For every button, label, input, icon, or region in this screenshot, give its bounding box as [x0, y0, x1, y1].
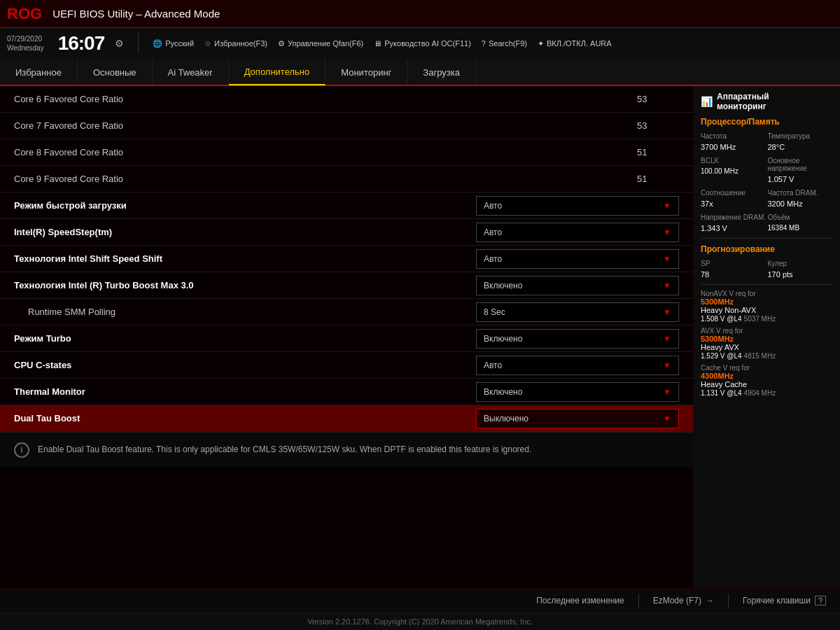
nav-basic[interactable]: Основные — [78, 59, 153, 85]
bottom-sep2 — [728, 594, 729, 608]
setting-row-core9[interactable]: Core 9 Favored Core Ratio 51 — [0, 166, 693, 192]
setting-row-smm[interactable]: Runtime SMM Polling 8 Sec ▼ — [0, 299, 693, 326]
setting-row-speedshift[interactable]: Технология Intel Shift Speed Shift Авто … — [0, 246, 693, 272]
nav-boot[interactable]: Загрузка — [407, 59, 476, 85]
rpanel-avx-mhz: 4815 MHz — [744, 352, 776, 360]
nav-advanced[interactable]: Дополнительно — [229, 59, 326, 85]
setting-label-core8: Core 8 Favored Core Ratio — [14, 147, 637, 158]
rpanel-avx-freq: 5300MHz — [701, 335, 734, 343]
setting-row-thermal[interactable]: Thermal Monitor Включено ▼ — [0, 379, 693, 405]
tool-russian[interactable]: 🌐 Русский — [153, 39, 194, 48]
setting-row-speedstep[interactable]: Intel(R) SpeedStep(tm) Авто ▼ — [0, 219, 693, 246]
last-change-item: Последнее изменение — [536, 596, 624, 606]
rpanel-cooler-label: Кулер — [768, 258, 834, 269]
content-area: Core 6 Favored Core Ratio 53 Core 7 Favo… — [0, 86, 840, 588]
rpanel-vol-label: Объём — [768, 212, 834, 223]
hotkeys-item[interactable]: Горячие клавиши ? — [743, 596, 826, 606]
version-text: Version 2.20.1276. Copyright (C) 2020 Am… — [307, 617, 533, 626]
rpanel-freq-label: Частота — [701, 131, 766, 141]
date-block: 07/29/2020 Wednesday — [7, 34, 44, 52]
setting-row-fastboot[interactable]: Режим быстрой загрузки Авто ▼ — [0, 192, 693, 219]
nav-menu: Избранное Основные Ai Tweaker Дополнител… — [0, 59, 840, 86]
rpanel-ratio-dramfreq-grid: Соотношение 37x Частота DRAM. 3200 MHz — [694, 186, 840, 211]
top-bar: ROG UEFI BIOS Utility – Advanced Mode — [0, 0, 840, 28]
rpanel-sp-cooler-grid: SP 78 Кулер 170 pts — [694, 257, 840, 281]
setting-dropdown-turbomode[interactable]: Включено ▼ — [476, 329, 679, 349]
nav-aitweaker[interactable]: Ai Tweaker — [153, 59, 229, 85]
setting-dropdown-speedstep[interactable]: Авто ▼ — [476, 223, 679, 242]
rpanel-cache-type: Heavy Cache — [701, 380, 833, 388]
rpanel-bclk-label: BCLK — [701, 155, 766, 166]
setting-row-core7[interactable]: Core 7 Favored Core Ratio 53 — [0, 113, 693, 139]
dropdown-arrow-dualtau: ▼ — [663, 414, 671, 424]
setting-dropdown-speedshift[interactable]: Авто ▼ — [476, 249, 679, 269]
tool-qfan[interactable]: ⚙ Управление Qfan(F6) — [278, 39, 363, 48]
rpanel-nonavx-voltage: 1.508 V @L4 — [701, 315, 742, 323]
bottom-sep1 — [638, 594, 639, 608]
info-bar: i Enable Dual Tau Boost feature. This is… — [0, 432, 693, 467]
setting-label-core9: Core 9 Favored Core Ratio — [14, 174, 637, 184]
time-settings-icon[interactable]: ⚙ — [115, 38, 124, 49]
setting-label-core7: Core 7 Favored Core Ratio — [14, 120, 637, 131]
setting-dropdown-cpucstates[interactable]: Авто ▼ — [476, 356, 679, 375]
rpanel-avx-voltage: 1.529 V @L4 — [701, 352, 742, 360]
setting-value-core6: 53 — [637, 94, 679, 104]
setting-label-thermal: Thermal Monitor — [14, 386, 476, 397]
rpanel-cooler-value: 170 pts — [768, 269, 834, 280]
setting-dropdown-turboboost[interactable]: Включено ▼ — [476, 276, 679, 295]
setting-label-speedstep: Intel(R) SpeedStep(tm) — [14, 227, 476, 237]
hotkeys-icon[interactable]: ? — [815, 596, 826, 606]
app-title: UEFI BIOS Utility – Advanced Mode — [52, 8, 833, 20]
main-panel: Core 6 Favored Core Ratio 53 Core 7 Favo… — [0, 86, 693, 588]
dropdown-arrow-smm: ▼ — [663, 307, 671, 317]
hotkeys-label: Горячие клавиши — [743, 596, 811, 606]
rpanel-nonavx-block: NonAVX V req for 5300MHz Heavy Non-AVX 1… — [694, 288, 840, 325]
rpanel-nonavx-mhz: 5037 MHz — [744, 315, 776, 323]
setting-dropdown-dualtau[interactable]: Выключено ▼ — [476, 409, 679, 428]
dropdown-arrow-speedstep: ▼ — [663, 227, 671, 237]
tool-favorites[interactable]: ☆ Избранное(F3) — [204, 39, 267, 48]
rpanel-hw-monitor-title: 📊 Аппаратный мониторинг — [694, 86, 840, 114]
setting-row-cpucstates[interactable]: CPU C-states Авто ▼ — [0, 352, 693, 379]
monitor-icon: 📊 — [701, 96, 713, 107]
rpanel-freq-temp-grid: Частота 3700 MHz Температура 28°C — [694, 130, 840, 154]
rpanel-freq-value: 3700 MHz — [701, 141, 766, 153]
setting-row-dualtau[interactable]: Dual Tau Boost Выключено ▼ — [0, 405, 693, 432]
dropdown-arrow-cpucstates: ▼ — [663, 360, 671, 370]
last-change-label: Последнее изменение — [536, 596, 624, 606]
rpanel-nonavx-type-full: Heavy Non-AVX — [701, 306, 833, 314]
ezmode-item[interactable]: EzMode (F7) → — [653, 596, 714, 606]
nav-favorites[interactable]: Избранное — [0, 59, 78, 85]
setting-dropdown-fastboot[interactable]: Авто ▼ — [476, 196, 679, 216]
setting-dropdown-thermal[interactable]: Включено ▼ — [476, 382, 679, 402]
rpanel-title-line2: мониторинг — [717, 102, 769, 111]
rpanel-avx-type: Heavy AVX — [701, 343, 833, 351]
rpanel-dramfreq-value: 3200 MHz — [768, 198, 834, 209]
rpanel-cache-mhz: 4904 MHz — [744, 389, 776, 397]
info-icon: i — [14, 442, 29, 458]
ezmode-icon: → — [706, 596, 714, 606]
rpanel-temp-label: Температура — [768, 131, 834, 141]
rpanel-temp-value: 28°C — [768, 141, 834, 153]
rpanel-title-line1: Аппаратный — [717, 92, 769, 102]
rpanel-divider2 — [701, 284, 833, 285]
setting-row-core8[interactable]: Core 8 Favored Core Ratio 51 — [0, 139, 693, 166]
rpanel-dramfreq-label: Частота DRAM. — [768, 188, 834, 198]
dropdown-arrow-thermal: ▼ — [663, 387, 671, 397]
setting-row-turboboost[interactable]: Технология Intel (R) Turbo Boost Max 3.0… — [0, 272, 693, 299]
version-bar: Version 2.20.1276. Copyright (C) 2020 Am… — [0, 612, 840, 630]
setting-label-turbomode: Режим Turbo — [14, 333, 476, 344]
tool-aura[interactable]: ✦ ВКЛ./ОТКЛ. AURA — [538, 39, 612, 48]
setting-dropdown-smm[interactable]: 8 Sec ▼ — [476, 302, 679, 322]
tool-aioc[interactable]: 🖥 Руководство AI OC(F11) — [374, 39, 471, 48]
rpanel-bclk-voltage-grid: BCLK 100.00 MHz Основное напряжение 1.05… — [694, 154, 840, 186]
dropdown-arrow-speedshift: ▼ — [663, 254, 671, 264]
setting-label-smm: Runtime SMM Polling — [14, 307, 476, 317]
setting-row-turbomode[interactable]: Режим Turbo Включено ▼ — [0, 326, 693, 352]
rpanel-cpu-mem-title: Процессор/Память — [694, 114, 840, 130]
setting-row-core6[interactable]: Core 6 Favored Core Ratio 53 — [0, 86, 693, 113]
time-divider — [138, 33, 139, 54]
rpanel-bclk-value: 100.00 MHz — [701, 166, 766, 176]
tool-search[interactable]: ? Search(F9) — [482, 39, 527, 48]
nav-monitoring[interactable]: Мониторинг — [326, 59, 407, 85]
